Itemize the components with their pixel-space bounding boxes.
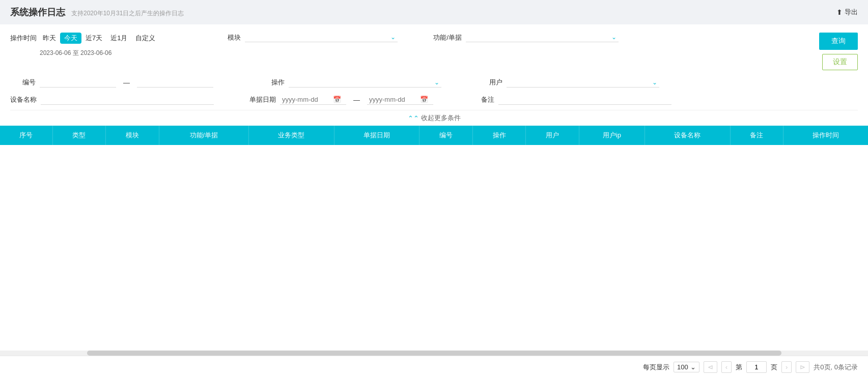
operation-label: 操作 — [259, 78, 285, 87]
page-label: 第 — [736, 363, 742, 372]
function-dropdown-icon: ⌄ — [611, 34, 617, 41]
code-dash: — — [123, 79, 130, 86]
scrollbar-thumb[interactable] — [87, 351, 781, 356]
time-label: 操作时间 — [10, 34, 37, 43]
per-page-select[interactable]: 100 ⌄ — [674, 362, 699, 372]
settings-button[interactable]: 设置 — [822, 54, 858, 70]
col-op-time: 操作时间 — [783, 126, 868, 145]
filter-area: 操作时间 昨天 今天 近7天 近1月 自定义 2023-06-06 至 2023… — [0, 24, 868, 126]
function-label: 功能/单据 — [433, 33, 462, 42]
col-code: 编号 — [419, 126, 472, 145]
scrollbar-area[interactable] — [0, 351, 868, 356]
calendar-start-icon[interactable]: 📅 — [333, 96, 341, 103]
device-label: 设备名称 — [10, 95, 37, 104]
time-btn-today[interactable]: 今天 — [60, 33, 81, 44]
function-select[interactable]: ⌄ — [466, 33, 619, 42]
date-filter-item: 单据日期 📅 — 📅 — [249, 95, 433, 105]
operation-filter-item: 操作 ⌄ — [259, 78, 441, 88]
page-unit: 页 — [771, 363, 777, 372]
col-type: 类型 — [52, 126, 105, 145]
page-subtitle: 支持2020年10月31日之后产生的操作日志 — [71, 9, 184, 18]
action-buttons: 查询 设置 — [819, 33, 858, 70]
col-operation: 操作 — [472, 126, 525, 145]
page-total: 共0页, 0条记录 — [814, 363, 858, 372]
export-icon: ⬆ — [836, 8, 843, 16]
module-select[interactable]: ⌄ — [245, 33, 398, 42]
user-filter-item: 用户 ⌄ — [477, 78, 659, 88]
date-start-wrap: 📅 — [280, 95, 346, 105]
device-input[interactable] — [41, 95, 214, 105]
operation-select[interactable]: ⌄ — [289, 78, 441, 88]
collapse-button[interactable]: ⌃⌃ 收起更多条件 — [408, 113, 461, 123]
col-user: 用户 — [526, 126, 579, 145]
user-label: 用户 — [477, 78, 502, 87]
code-label: 编号 — [10, 78, 36, 87]
last-page-button[interactable]: ⊳ — [796, 361, 809, 373]
per-page-value: 100 — [677, 363, 688, 371]
time-btn-7days[interactable]: 近7天 — [81, 33, 106, 44]
function-filter-item: 功能/单据 ⌄ — [433, 33, 619, 42]
remark-input[interactable] — [498, 95, 671, 105]
col-remark: 备注 — [730, 126, 783, 145]
col-device: 设备名称 — [645, 126, 730, 145]
date-start-input[interactable] — [282, 96, 333, 103]
operation-dropdown-icon: ⌄ — [434, 79, 439, 86]
export-label: 导出 — [845, 8, 858, 17]
col-date: 单据日期 — [334, 126, 419, 145]
date-dash: — — [353, 96, 360, 104]
query-button[interactable]: 查询 — [819, 33, 858, 50]
collapse-row: ⌃⌃ 收起更多条件 — [10, 110, 858, 124]
col-biz-type: 业务类型 — [249, 126, 334, 145]
module-filter-item: 模块 ⌄ — [215, 33, 398, 42]
pagination: 每页显示 100 ⌄ ⊲ ‹ 第 页 › ⊳ 共0页, 0条记录 — [0, 356, 868, 378]
time-btn-custom[interactable]: 自定义 — [131, 33, 159, 44]
col-user-ip: 用户ip — [579, 126, 645, 145]
collapse-label: 收起更多条件 — [421, 113, 461, 123]
code-input-end[interactable] — [137, 77, 213, 88]
date-end-input[interactable] — [369, 96, 420, 103]
time-range: 2023-06-06 至 2023-06-06 — [40, 49, 111, 56]
prev-page-button[interactable]: ‹ — [721, 361, 732, 373]
time-btn-1month[interactable]: 近1月 — [106, 33, 131, 44]
user-select[interactable]: ⌄ — [507, 78, 659, 88]
time-filter: 昨天 今天 近7天 近1月 自定义 — [39, 33, 159, 44]
table-wrap: 序号 类型 模块 功能/单据 业务类型 单据日期 编号 操作 用户 用户ip 设… — [0, 126, 868, 351]
table-header-row: 序号 类型 模块 功能/单据 业务类型 单据日期 编号 操作 用户 用户ip 设… — [0, 126, 868, 145]
date-label: 单据日期 — [249, 95, 276, 104]
per-page-dropdown-icon: ⌄ — [690, 363, 696, 371]
data-table: 序号 类型 模块 功能/单据 业务类型 单据日期 编号 操作 用户 用户ip 设… — [0, 126, 868, 145]
time-btn-yesterday[interactable]: 昨天 — [39, 33, 60, 44]
time-filter-item: 操作时间 昨天 今天 近7天 近1月 自定义 2023-06-06 至 2023… — [10, 33, 159, 57]
calendar-end-icon[interactable]: 📅 — [420, 96, 428, 103]
date-end-wrap: 📅 — [367, 95, 433, 105]
code-filter-item: 编号 — — [10, 77, 213, 88]
col-module: 模块 — [106, 126, 159, 145]
remark-filter-item: 备注 — [469, 95, 671, 105]
collapse-up-icon: ⌃⌃ — [408, 114, 419, 122]
empty-area — [0, 145, 868, 308]
device-filter-item: 设备名称 — [10, 95, 214, 105]
module-label: 模块 — [215, 33, 241, 42]
first-page-button[interactable]: ⊲ — [704, 361, 717, 373]
user-dropdown-icon: ⌄ — [652, 79, 657, 86]
remark-label: 备注 — [469, 95, 494, 104]
page-header: 系统操作日志 支持2020年10月31日之后产生的操作日志 ⬆ 导出 — [0, 0, 868, 24]
export-button[interactable]: ⬆ 导出 — [836, 8, 858, 17]
page-title: 系统操作日志 — [10, 6, 65, 18]
next-page-button[interactable]: › — [781, 361, 792, 373]
code-input-start[interactable] — [40, 77, 116, 88]
col-function: 功能/单据 — [159, 126, 248, 145]
page-input[interactable] — [746, 361, 767, 373]
col-index: 序号 — [0, 126, 52, 145]
module-dropdown-icon: ⌄ — [390, 34, 396, 41]
per-page-label: 每页显示 — [643, 363, 669, 372]
